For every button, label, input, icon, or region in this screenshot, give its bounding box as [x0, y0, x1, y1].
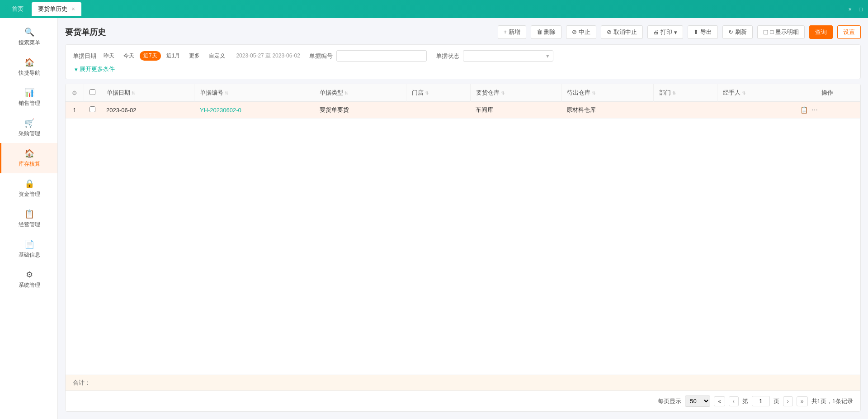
sidebar-item-finance[interactable]: 🔒 资金管理 [0, 173, 57, 204]
sidebar-item-search[interactable]: 🔍 搜索菜单 [0, 22, 57, 52]
page-size-select[interactable]: 50 10 20 100 [685, 395, 710, 407]
print-dropdown-icon: ▾ [674, 29, 677, 36]
page-number-input[interactable] [752, 396, 770, 406]
filter-row: 单据日期 昨天 今天 近7天 近1月 [73, 50, 853, 62]
sort-icon-type: ⇅ [344, 90, 348, 95]
sort-icon-department: ⇅ [672, 90, 676, 95]
th-settings[interactable]: ⚙ [66, 84, 84, 102]
doc-icon: 📄 [24, 239, 34, 249]
sidebar-item-quicknav[interactable]: 🏠 快捷导航 [0, 52, 57, 82]
cart-icon: 🛒 [24, 118, 34, 128]
order-no-input[interactable] [336, 50, 427, 62]
row-delete-icon[interactable]: ⋯ [811, 106, 818, 114]
sidebar-item-basic[interactable]: 📄 基础信息 [0, 234, 57, 264]
row-num: 1 [66, 102, 84, 119]
status-select[interactable]: ▾ [463, 50, 553, 62]
row-edit-icon[interactable]: 📋 [800, 106, 808, 114]
query-button[interactable]: 查询 [809, 25, 833, 39]
th-type: 单据类型 ⇅ [314, 84, 406, 102]
top-bar-right: × □ [849, 6, 863, 13]
action-buttons: 📋 ⋯ [800, 106, 854, 114]
sort-pending-warehouse[interactable]: 待出仓库 ⇅ [567, 89, 648, 97]
clipboard-icon: 📋 [24, 209, 34, 219]
date-filter: 单据日期 昨天 今天 近7天 近1月 [73, 51, 300, 61]
tab-home[interactable]: 首页 [5, 2, 30, 16]
sort-req-warehouse[interactable]: 要货仓库 ⇅ [476, 89, 556, 97]
display-detail-button[interactable]: ☐ □ 显示明细 [757, 25, 805, 39]
table-header-row: ⚙ 单据日期 ⇅ 单据编号 [66, 84, 860, 102]
th-department: 部门 ⇅ [653, 84, 717, 102]
window-close-btn[interactable]: × [849, 6, 852, 13]
expand-icon: ▾ [75, 66, 78, 73]
export-button[interactable]: ⬆ 导出 [688, 25, 718, 39]
page-header: 要货单历史 + 新增 🗑 删除 ⊘ 中止 ⊘ 取消中止 🖨 打印 ▾ [65, 25, 861, 39]
sidebar-item-purchase[interactable]: 🛒 采购管理 [0, 113, 57, 143]
lock-icon: 🔒 [24, 179, 34, 189]
row-req-warehouse: 车间库 [470, 102, 561, 119]
sort-icon-date: ⇅ [132, 90, 135, 95]
column-settings-icon[interactable]: ⚙ [72, 90, 77, 96]
stop-button[interactable]: ⊘ 中止 [566, 25, 596, 39]
data-table: ⚙ 单据日期 ⇅ 单据编号 [66, 84, 860, 119]
row-shop [406, 102, 470, 119]
top-tabs: 首页 要货单历史 × [5, 2, 849, 16]
cancel-stop-button[interactable]: ⊘ 取消中止 [601, 25, 643, 39]
th-action: 操作 [795, 84, 860, 102]
page-label-after: 页 [774, 397, 779, 405]
row-department [653, 102, 717, 119]
expand-more-btn[interactable]: ▾ 展开更多条件 [73, 65, 853, 73]
date-custom[interactable]: 自定义 [205, 51, 229, 61]
page-size-label: 每页显示 [658, 397, 681, 405]
first-page-btn[interactable]: « [714, 396, 725, 406]
sort-date[interactable]: 单据日期 ⇅ [107, 89, 189, 97]
table-wrap: ⚙ 单据日期 ⇅ 单据编号 [65, 84, 861, 412]
date-last7days[interactable]: 近7天 [140, 51, 161, 61]
sidebar-item-system[interactable]: ⚙ 系统管理 [0, 264, 57, 295]
date-last1month[interactable]: 近1月 [163, 51, 184, 61]
th-shop: 门店 ⇅ [406, 84, 470, 102]
gear-icon: ⚙ [26, 270, 33, 280]
top-bar: 首页 要货单历史 × × □ [0, 0, 868, 18]
sort-icon-req-warehouse: ⇅ [501, 90, 505, 95]
row-checkbox[interactable] [90, 106, 95, 112]
refresh-button[interactable]: ↻ 刷新 [722, 25, 753, 39]
page-title: 要货单历史 [65, 27, 106, 38]
prev-page-btn[interactable]: ‹ [729, 396, 739, 406]
row-no: YH-20230602-0 [194, 102, 314, 119]
last-page-btn[interactable]: » [797, 396, 808, 406]
sort-handler[interactable]: 经手人 ⇅ [723, 89, 789, 97]
next-page-btn[interactable]: › [783, 396, 793, 406]
row-pending-warehouse: 原材料仓库 [561, 102, 653, 119]
sort-no[interactable]: 单据编号 ⇅ [200, 89, 308, 97]
home-icon: 🏠 [24, 57, 34, 67]
date-today[interactable]: 今天 [120, 51, 138, 61]
date-more[interactable]: 更多 [185, 51, 203, 61]
th-pending-warehouse: 待出仓库 ⇅ [561, 84, 653, 102]
toolbar: + 新增 🗑 删除 ⊘ 中止 ⊘ 取消中止 🖨 打印 ▾ ⬆ 导出 [498, 25, 861, 39]
tab-history[interactable]: 要货单历史 × [32, 2, 81, 16]
table-empty-space [66, 119, 860, 375]
main-layout: 🔍 搜索菜单 🏠 快捷导航 📊 销售管理 🛒 采购管理 🏠 库存核算 🔒 资金管… [0, 18, 868, 419]
settings-button[interactable]: 设置 [837, 25, 861, 39]
th-date: 单据日期 ⇅ [101, 84, 194, 102]
status-label: 单据状态 [436, 52, 459, 60]
th-checkbox [84, 84, 101, 102]
sidebar-item-inventory[interactable]: 🏠 库存核算 [0, 143, 57, 173]
th-req-warehouse: 要货仓库 ⇅ [470, 84, 561, 102]
window-max-btn[interactable]: □ [859, 6, 863, 13]
tab-close-icon[interactable]: × [72, 6, 75, 12]
sort-shop[interactable]: 门店 ⇅ [412, 89, 465, 97]
sort-department[interactable]: 部门 ⇅ [659, 89, 712, 97]
checkbox-icon: ☐ [763, 29, 769, 36]
row-no-link[interactable]: YH-20230602-0 [200, 107, 241, 114]
sort-type[interactable]: 单据类型 ⇅ [320, 89, 401, 97]
delete-button[interactable]: 🗑 删除 [531, 25, 562, 39]
date-yesterday[interactable]: 昨天 [100, 51, 118, 61]
new-button[interactable]: + 新增 [498, 25, 526, 39]
sort-icon-handler: ⇅ [742, 90, 745, 95]
sidebar-item-operations[interactable]: 📋 经营管理 [0, 204, 57, 234]
print-button[interactable]: 🖨 打印 ▾ [647, 25, 684, 39]
th-no: 单据编号 ⇅ [194, 84, 314, 102]
select-all-checkbox[interactable] [90, 89, 95, 95]
sidebar-item-sales[interactable]: 📊 销售管理 [0, 82, 57, 113]
